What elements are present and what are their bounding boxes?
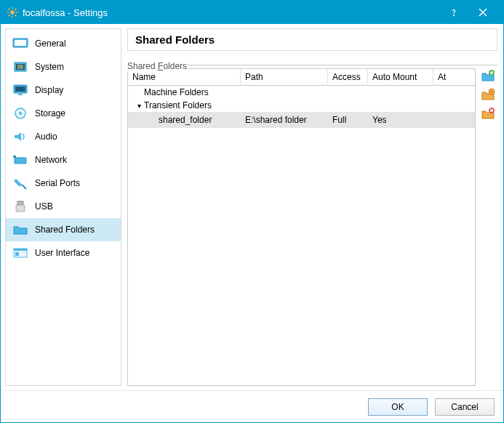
svg-line-6: [15, 15, 16, 16]
sidebar-item-audio[interactable]: Audio: [6, 125, 121, 148]
svg-rect-31: [15, 252, 19, 256]
column-header-at[interactable]: At: [433, 69, 475, 85]
dialog-footer: OK Cancel: [1, 390, 503, 422]
shared-folders-table[interactable]: Name Path Access Auto Mount At Machine F…: [127, 68, 476, 386]
sidebar-item-label: Storage: [35, 108, 65, 118]
svg-rect-21: [18, 94, 23, 95]
svg-rect-24: [15, 158, 26, 164]
sidebar-item-label: General: [35, 39, 66, 49]
general-icon: [12, 36, 29, 51]
svg-point-36: [491, 91, 492, 92]
sidebar-item-storage[interactable]: Storage: [6, 102, 121, 125]
close-button[interactable]: [468, 1, 497, 24]
sidebar-item-network[interactable]: Network: [6, 148, 121, 172]
group-machine-folders[interactable]: Machine Folders: [128, 86, 475, 99]
table-header: Name Path Access Auto Mount At: [128, 69, 475, 86]
system-icon: [12, 60, 29, 74]
svg-rect-13: [15, 40, 26, 46]
svg-rect-20: [15, 86, 25, 92]
sidebar-item-label: Serial Ports: [35, 178, 80, 188]
sidebar-item-label: Display: [35, 85, 63, 95]
cell-name: shared_folder: [128, 113, 241, 126]
groupbox-label: Shared Folders: [127, 61, 187, 71]
settings-sidebar: General System Display Storage Audio Net…: [5, 28, 121, 386]
cell-access: Full: [328, 113, 368, 126]
svg-rect-25: [13, 156, 16, 158]
storage-icon: [12, 106, 29, 121]
sidebar-item-label: Network: [35, 155, 67, 165]
folder-actions: [480, 68, 497, 386]
svg-rect-28: [16, 205, 25, 212]
column-header-auto-mount[interactable]: Auto Mount: [368, 69, 433, 85]
svg-rect-27: [17, 201, 23, 205]
remove-folder-button[interactable]: [480, 106, 496, 122]
usb-icon: [12, 199, 29, 214]
cancel-button[interactable]: Cancel: [435, 398, 495, 416]
group-transient-folders[interactable]: ▾ Transient Folders: [128, 99, 475, 112]
sidebar-item-shared-folders[interactable]: Shared Folders: [6, 218, 121, 241]
sidebar-item-system[interactable]: System: [6, 55, 121, 78]
gear-icon: [7, 7, 18, 18]
column-header-name[interactable]: Name: [128, 69, 241, 85]
sidebar-item-display[interactable]: Display: [6, 78, 121, 102]
cell-at: [433, 113, 475, 126]
svg-point-23: [19, 112, 22, 115]
cell-auto-mount: Yes: [368, 113, 433, 126]
display-icon: [12, 83, 29, 97]
edit-folder-button[interactable]: [480, 87, 496, 103]
help-button[interactable]: [439, 1, 468, 24]
column-header-path[interactable]: Path: [241, 69, 328, 85]
sidebar-item-label: Shared Folders: [35, 225, 95, 235]
page-title: Shared Folders: [127, 28, 497, 51]
svg-point-0: [10, 10, 14, 14]
svg-line-5: [9, 9, 10, 10]
sidebar-item-serial-ports[interactable]: Serial Ports: [6, 172, 121, 195]
sidebar-item-label: USB: [35, 201, 53, 212]
sidebar-item-general[interactable]: General: [6, 32, 121, 55]
svg-rect-30: [14, 249, 27, 251]
network-icon: [12, 153, 29, 167]
group-label: Transient Folders: [144, 100, 212, 110]
group-label: Machine Folders: [144, 87, 209, 97]
sidebar-item-label: Audio: [35, 132, 57, 142]
sidebar-item-usb[interactable]: USB: [6, 195, 121, 218]
chevron-down-icon: ▾: [134, 102, 144, 110]
add-folder-button[interactable]: [480, 68, 496, 84]
serial-ports-icon: [12, 176, 29, 190]
ok-button[interactable]: OK: [368, 398, 428, 416]
svg-line-8: [15, 9, 16, 10]
groupbox-separator: [185, 65, 497, 65]
titlebar: focalfossa - Settings: [1, 1, 503, 24]
table-row[interactable]: shared_folder E:\shared folder Full Yes: [128, 112, 475, 128]
user-interface-icon: [12, 246, 29, 260]
sidebar-item-label: User Interface: [35, 248, 89, 258]
column-header-access[interactable]: Access: [328, 69, 368, 85]
sidebar-item-label: System: [35, 62, 64, 72]
shared-folders-icon: [12, 222, 29, 237]
svg-line-26: [22, 185, 26, 189]
audio-icon: [12, 129, 29, 144]
svg-point-9: [454, 15, 455, 16]
window-title: focalfossa - Settings: [23, 7, 439, 18]
svg-line-7: [9, 15, 10, 16]
sidebar-item-user-interface[interactable]: User Interface: [6, 241, 121, 265]
cell-path: E:\shared folder: [241, 113, 328, 126]
